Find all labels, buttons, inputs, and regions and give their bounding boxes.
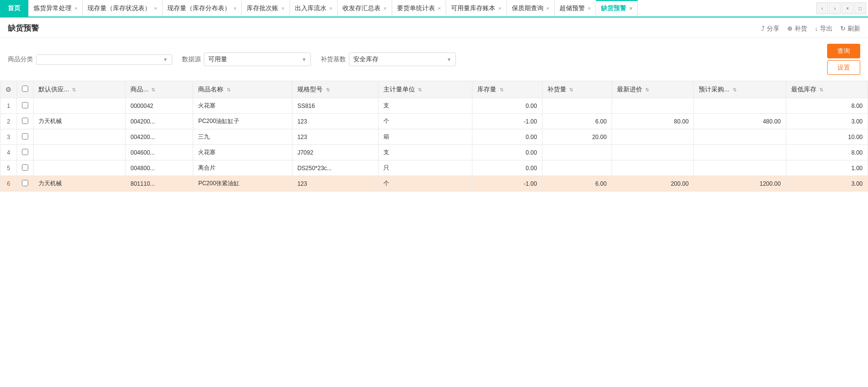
col-spec[interactable]: 规格型号 ⇅: [292, 81, 379, 98]
share-icon: ⤴: [761, 25, 765, 32]
tab-2[interactable]: 现存量（库存状况表） ×: [83, 0, 162, 17]
tab-1-label: 炼货异常处理: [34, 4, 72, 13]
export-label: 导出: [820, 24, 832, 33]
col-est-purchase-label: 预计采购...: [699, 86, 729, 93]
supplier-cell: [34, 145, 126, 160]
row-checkbox[interactable]: [22, 149, 28, 155]
sort-icon: ⇅: [500, 87, 504, 92]
row-checkbox[interactable]: [22, 164, 28, 171]
col-supplier[interactable]: 默认供应... ⇅: [34, 81, 126, 98]
close-icon[interactable]: ×: [629, 5, 632, 11]
table-row: 5 004800... 离合片 DS250*23c... 只 0.00 1.00: [0, 160, 868, 176]
row-num-cell: 4: [0, 145, 17, 160]
col-replenish-label: 补货量: [547, 86, 566, 93]
tab-4[interactable]: 库存批次账 ×: [242, 0, 289, 17]
replenish-button[interactable]: ⊕ 补货: [787, 24, 807, 33]
product-code-cell: 004600...: [126, 145, 193, 160]
min-stock-cell: 3.00: [786, 114, 868, 129]
sort-icon: ⇅: [733, 87, 737, 92]
close-icon[interactable]: ×: [154, 5, 157, 11]
spec-cell: J7092: [292, 145, 379, 160]
product-name-cell: 火花塞: [193, 145, 292, 160]
col-min-stock[interactable]: 最低库存 ⇅: [786, 81, 868, 98]
spec-cell: 123: [292, 176, 379, 192]
close-icon[interactable]: ×: [383, 5, 386, 11]
supplier-cell: 力天机械: [34, 114, 126, 129]
row-num-cell: 2: [0, 114, 17, 129]
sort-icon: ⇅: [819, 87, 823, 92]
row-checkbox-cell: [17, 176, 34, 192]
col-product-code-label: 商品...: [130, 86, 148, 93]
tab-8[interactable]: 可用量库存账本 ×: [446, 0, 506, 17]
col-gear: ⚙: [0, 81, 17, 98]
close-icon[interactable]: ×: [498, 5, 501, 11]
tab-8-label: 可用量库存账本: [451, 4, 495, 13]
datasource-select[interactable]: 可用量 ▼: [204, 53, 311, 66]
table-container: ⚙ 默认供应... ⇅ 商品... ⇅ 商品名称 ⇅: [0, 81, 868, 192]
gear-icon[interactable]: ⚙: [5, 86, 12, 93]
select-all-checkbox[interactable]: [22, 86, 28, 92]
tab-9[interactable]: 保质期查询 ×: [507, 0, 555, 17]
col-est-purchase[interactable]: 预计采购... ⇅: [694, 81, 786, 98]
nav-expand-button[interactable]: □: [854, 2, 866, 14]
close-icon[interactable]: ×: [234, 5, 236, 11]
refresh-button[interactable]: ↻ 刷新: [840, 24, 860, 33]
stock-cell: -1.00: [472, 114, 542, 129]
export-button[interactable]: ↓ 导出: [815, 24, 833, 33]
settings-button[interactable]: 设置: [827, 60, 860, 75]
col-supplier-label: 默认供应...: [38, 86, 69, 93]
row-checkbox[interactable]: [22, 118, 28, 124]
close-icon[interactable]: ×: [588, 5, 591, 11]
table-row: 3 004200... 三九 123 箱 0.00 20.00 10.00: [0, 129, 868, 145]
col-product-code[interactable]: 商品... ⇅: [126, 81, 193, 98]
replenish-cell: 6.00: [542, 114, 612, 129]
col-product-name[interactable]: 商品名称 ⇅: [193, 81, 292, 98]
row-checkbox[interactable]: [22, 180, 28, 186]
replenish-base-filter: 补货基数 安全库存 ▼: [321, 53, 456, 66]
tab-5[interactable]: 出入库流水 ×: [290, 0, 338, 17]
spec-cell: DS250*23c...: [292, 160, 379, 176]
row-checkbox[interactable]: [22, 102, 28, 108]
col-stock[interactable]: 库存量 ⇅: [472, 81, 542, 98]
replenish-icon: ⊕: [787, 25, 793, 32]
replenish-cell: [542, 160, 612, 176]
col-latest-price[interactable]: 最新进价 ⇅: [612, 81, 693, 98]
close-icon[interactable]: ×: [74, 5, 77, 11]
chevron-down-icon: ▼: [447, 57, 452, 62]
nav-close-button[interactable]: ×: [842, 2, 853, 14]
tab-3[interactable]: 现存量（库存分布表） ×: [163, 0, 242, 17]
table-row: 4 004600... 火花塞 J7092 支 0.00 8.00: [0, 145, 868, 160]
min-stock-cell: 8.00: [786, 98, 868, 114]
nav-prev-button[interactable]: ‹: [816, 2, 828, 14]
spec-cell: SS816: [292, 98, 379, 114]
product-code-cell: 004200...: [126, 114, 193, 129]
close-icon[interactable]: ×: [438, 5, 441, 11]
product-code-cell: 801110...: [126, 176, 193, 192]
tab-1[interactable]: 炼货异常处理 ×: [29, 0, 83, 17]
col-latest-price-label: 最新进价: [617, 86, 642, 93]
tab-7[interactable]: 要货单统计表 ×: [392, 0, 446, 17]
col-replenish[interactable]: 补货量 ⇅: [542, 81, 612, 98]
tab-home[interactable]: 首页: [0, 0, 29, 17]
row-checkbox[interactable]: [22, 133, 28, 140]
close-icon[interactable]: ×: [281, 5, 284, 11]
category-select[interactable]: ▼: [36, 54, 172, 65]
close-icon[interactable]: ×: [546, 5, 549, 11]
tab-2-label: 现存量（库存状况表）: [88, 4, 151, 13]
query-button[interactable]: 查询: [827, 44, 860, 58]
datasource-filter: 数据源 可用量 ▼: [182, 53, 311, 66]
tab-10[interactable]: 超储预警 ×: [555, 0, 596, 17]
close-icon[interactable]: ×: [329, 5, 332, 11]
unit-cell: 个: [378, 176, 472, 192]
replenish-base-select[interactable]: 安全库存 ▼: [349, 53, 456, 66]
refresh-label: 刷新: [848, 24, 860, 33]
tab-11[interactable]: 缺货预警 ×: [596, 0, 637, 17]
tab-6[interactable]: 收发存汇总表 ×: [338, 0, 392, 17]
col-unit[interactable]: 主计量单位 ⇅: [378, 81, 472, 98]
supplier-cell: [34, 129, 126, 145]
nav-next-button[interactable]: ›: [829, 2, 841, 14]
replenish-label: 补货: [795, 24, 807, 33]
filter-area: 商品分类 ▼ 数据源 可用量 ▼ 补货基数 安全库存 ▼ 查询 设置: [0, 38, 868, 81]
share-button[interactable]: ⤴ 分享: [761, 24, 779, 33]
tab-3-label: 现存量（库存分布表）: [167, 4, 231, 13]
